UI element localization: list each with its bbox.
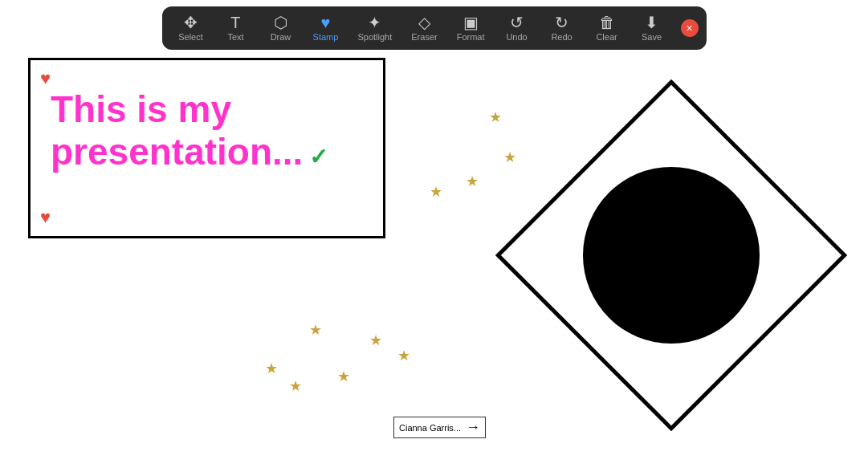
undo-icon: ↺ <box>510 14 524 31</box>
spotlight-icon: ✦ <box>368 14 381 31</box>
close-button[interactable]: × <box>681 19 699 37</box>
star-icon-2: ★ <box>466 173 479 190</box>
text-icon: T <box>230 14 240 31</box>
select-icon: ✥ <box>184 14 198 31</box>
text-label: Text <box>227 32 243 42</box>
star-icon-1: ★ <box>503 148 516 166</box>
redo-icon: ↻ <box>555 14 568 31</box>
checkmark-icon: ✓ <box>309 144 328 169</box>
star-icon-4: ★ <box>309 321 322 339</box>
diamond-shape <box>495 79 847 431</box>
eraser-label: Eraser <box>411 32 437 42</box>
stamp-icon: ♥ <box>321 14 331 31</box>
presentation-text: This is mypresentation...✓ <box>43 72 371 173</box>
toolbar-draw[interactable]: ⬡Draw <box>259 11 301 45</box>
toolbar-format[interactable]: ▣Format <box>449 11 493 45</box>
toolbar-text[interactable]: TText <box>214 11 256 45</box>
star-icon-9: ★ <box>289 377 302 395</box>
toolbar-select[interactable]: ✥Select <box>169 11 211 45</box>
text-box: ♥ This is mypresentation...✓ ♥ <box>28 58 385 238</box>
format-label: Format <box>457 32 485 42</box>
eraser-icon: ◇ <box>418 14 430 31</box>
toolbar-redo[interactable]: ↻Redo <box>541 11 583 45</box>
draw-icon: ⬡ <box>274 14 287 31</box>
toolbar-save[interactable]: ⬇Save <box>631 11 673 45</box>
star-icon-3: ★ <box>430 183 442 201</box>
star-icon-8: ★ <box>337 368 350 385</box>
toolbar-clear[interactable]: 🗑Clear <box>586 11 628 45</box>
star-icon-5: ★ <box>369 332 382 349</box>
redo-label: Redo <box>551 32 572 42</box>
diamond-container <box>499 55 844 456</box>
toolbar: ✥SelectTText⬡Draw♥Stamp✦Spotlight◇Eraser… <box>161 6 706 50</box>
toolbar-stamp[interactable]: ♥Stamp <box>304 11 346 45</box>
stamp-label: Stamp <box>313 32 339 42</box>
select-label: Select <box>178 32 203 42</box>
clear-label: Clear <box>596 32 617 42</box>
star-icon-6: ★ <box>397 347 410 364</box>
star-icon-0: ★ <box>489 108 502 126</box>
draw-label: Draw <box>271 32 291 42</box>
clear-icon: 🗑 <box>599 14 615 31</box>
save-label: Save <box>642 32 662 42</box>
spotlight-label: Spotlight <box>357 32 392 42</box>
toolbar-spotlight[interactable]: ✦Spotlight <box>349 11 400 45</box>
star-icon-7: ★ <box>265 360 278 377</box>
canvas: ♥ This is mypresentation...✓ ♥ Cianna Ga… <box>0 0 868 476</box>
heart-icon-bottom: ♥ <box>40 207 51 228</box>
circle-shape <box>583 167 760 344</box>
user-label-text: Cianna Garris... <box>399 423 461 433</box>
undo-label: Undo <box>506 32 527 42</box>
save-icon: ⬇ <box>645 14 658 31</box>
toolbar-undo[interactable]: ↺Undo <box>496 11 538 45</box>
user-label: Cianna Garris... <box>393 417 486 438</box>
format-icon: ▣ <box>463 14 479 31</box>
toolbar-eraser[interactable]: ◇Eraser <box>403 11 445 45</box>
heart-icon-top: ♥ <box>40 68 51 89</box>
